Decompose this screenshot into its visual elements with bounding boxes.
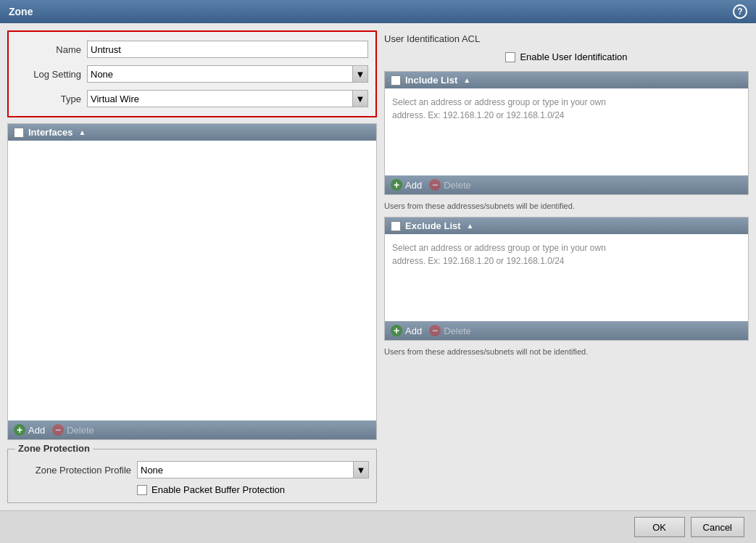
interfaces-body [8,141,376,420]
interfaces-sort-icon: ▲ [78,128,86,136]
interfaces-label: Interfaces [28,127,72,138]
zone-protection-box: Zone Protection Zone Protection Profile … [7,449,377,503]
enable-user-id-checkbox[interactable] [505,52,515,62]
user-id-title: User Identification ACL [384,33,480,44]
dialog-title: Zone [9,6,33,17]
cancel-button[interactable]: Cancel [691,517,744,537]
type-select-wrapper: Virtual Wire ▼ [87,90,368,107]
exclude-list-checkbox[interactable] [391,221,401,231]
exclude-add-label: Add [405,326,422,336]
include-delete-label: Delete [444,180,471,191]
include-list-add-button[interactable]: + Add [391,179,422,191]
include-list-label: Include List [405,75,457,86]
log-setting-row: Log Setting None ▼ [16,65,368,83]
interfaces-delete-button[interactable]: − Delete [52,424,94,436]
name-row: Name [16,41,368,58]
exclude-list-footer: + Add − Delete [385,321,748,340]
exclude-delete-label: Delete [444,326,471,336]
enable-packet-checkbox[interactable] [137,485,147,495]
delete-icon: − [52,424,64,436]
interfaces-section: Interfaces ▲ + Add − Delete [7,123,377,440]
dialog-footer: OK Cancel [0,510,756,543]
include-add-icon: + [391,179,402,191]
zone-protection-select-wrapper: None ▼ [137,461,369,478]
name-label: Name [16,44,81,55]
include-delete-icon: − [429,179,441,191]
exclude-list-header: Exclude List ▲ [385,217,748,234]
exclude-list-delete-button[interactable]: − Delete [429,325,471,336]
include-list-sort-icon: ▲ [463,76,470,84]
type-label: Type [16,94,81,104]
right-panel: User Identification ACL Enable User Iden… [384,30,749,503]
interfaces-header: Interfaces ▲ [8,124,376,141]
interfaces-add-label: Add [28,425,45,436]
interfaces-add-button[interactable]: + Add [14,424,45,436]
exclude-delete-icon: − [429,325,441,336]
left-panel: Name Log Setting None ▼ Type [7,30,377,503]
enable-user-id-label: Enable User Identification [520,51,627,62]
exclude-list-info: Users from these addresses/subnets will … [384,345,749,358]
exclude-list-section: Exclude List ▲ Select an address or addr… [384,217,749,341]
include-list-footer: + Add − Delete [385,175,748,194]
zone-protection-profile-label: Zone Protection Profile [15,465,131,476]
include-list-delete-button[interactable]: − Delete [429,179,471,191]
exclude-list-body: Select an address or address group or ty… [385,234,748,321]
include-list-body: Select an address or address group or ty… [385,88,748,175]
exclude-list-label: Exclude List [405,220,461,231]
ok-button[interactable]: OK [634,517,685,537]
user-id-title-area: User Identification ACL [384,30,749,47]
exclude-list-placeholder: Select an address or address group or ty… [392,241,741,268]
log-setting-label: Log Setting [16,69,81,80]
log-setting-select-wrapper: None ▼ [87,65,368,83]
interfaces-delete-label: Delete [67,425,94,436]
enable-user-id-row: Enable User Identification [384,51,749,62]
include-add-label: Add [405,180,422,191]
zone-dialog: Zone ? Name Log Setting None ▼ [0,0,756,543]
add-icon: + [14,424,25,436]
log-setting-select[interactable]: None [87,65,368,83]
enable-packet-row: Enable Packet Buffer Protection [137,484,369,495]
exclude-list-add-button[interactable]: + Add [391,325,422,336]
enable-packet-label: Enable Packet Buffer Protection [151,484,285,495]
zone-protection-profile-row: Zone Protection Profile None ▼ [15,461,369,478]
include-list-placeholder: Select an address or address group or ty… [392,96,741,122]
zone-protection-legend: Zone Protection [15,443,93,454]
help-icon[interactable]: ? [733,4,747,19]
include-list-section: Include List ▲ Select an address or addr… [384,71,749,195]
type-select[interactable]: Virtual Wire [87,90,368,107]
include-list-info: Users from these addresses/subnets will … [384,199,749,212]
dialog-titlebar: Zone ? [0,0,756,23]
form-fields-box: Name Log Setting None ▼ Type [7,30,377,117]
include-list-checkbox[interactable] [391,75,401,86]
zone-protection-select[interactable]: None [137,461,369,478]
interfaces-checkbox[interactable] [14,128,24,138]
include-list-header: Include List ▲ [385,72,748,88]
interfaces-footer: + Add − Delete [8,420,376,439]
exclude-list-sort-icon: ▲ [467,222,474,230]
name-input[interactable] [87,41,368,58]
type-row: Type Virtual Wire ▼ [16,90,368,107]
exclude-add-icon: + [391,325,402,336]
dialog-content: Name Log Setting None ▼ Type [0,23,756,510]
